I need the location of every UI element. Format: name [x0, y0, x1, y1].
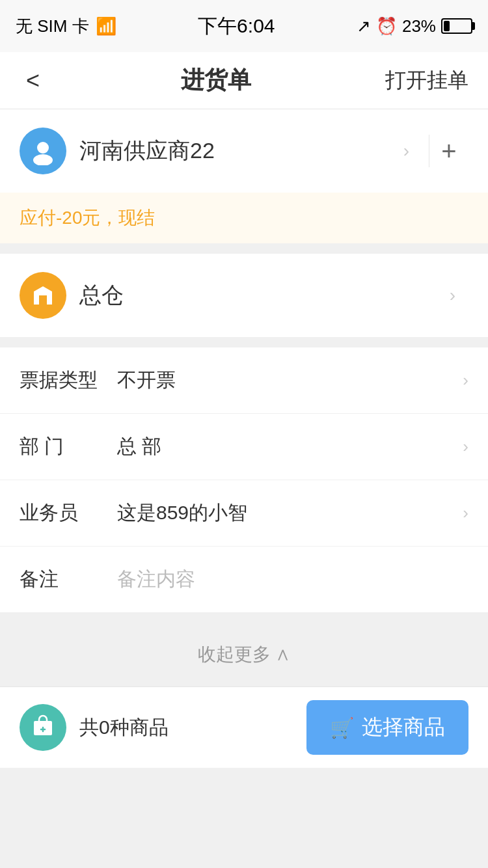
back-button[interactable]: <	[20, 61, 46, 101]
collapse-row[interactable]: 收起更多 ∧	[0, 623, 488, 686]
warehouse-card: 总仓 ›	[0, 254, 488, 337]
select-product-icon: 🛒	[330, 716, 354, 739]
salesperson-row[interactable]: 业务员 这是859的小智 ›	[0, 480, 488, 546]
product-count: 共0种商品	[79, 714, 306, 741]
content: 河南供应商22 › + 应付-20元，现结 总仓 › 票据类型 不开票 ›	[0, 109, 488, 868]
invoice-type-chevron-icon: ›	[463, 370, 468, 390]
collapse-text: 收起更多 ∧	[198, 642, 291, 667]
supplier-notice: 应付-20元，现结	[0, 193, 488, 243]
battery-icon	[441, 18, 472, 34]
supplier-row[interactable]: 河南供应商22 › +	[0, 109, 488, 193]
select-product-label: 选择商品	[362, 713, 445, 742]
warehouse-chevron-icon: ›	[450, 285, 455, 306]
department-label: 部 门	[20, 433, 98, 460]
status-bar: 无 SIM 卡 📶 下午6:04 ↗ ⏰ 23%	[0, 0, 488, 52]
invoice-type-label: 票据类型	[20, 367, 98, 394]
svg-point-1	[33, 154, 53, 165]
add-supplier-button[interactable]: +	[429, 137, 468, 166]
department-value: 总 部	[117, 433, 463, 460]
warehouse-icon	[20, 272, 66, 319]
page-background	[0, 768, 488, 868]
department-row[interactable]: 部 门 总 部 ›	[0, 413, 488, 480]
invoice-type-value: 不开票	[117, 367, 463, 394]
salesperson-label: 业务员	[20, 500, 98, 526]
nav-bar: < 进货单 打开挂单	[0, 52, 488, 109]
bottom-bar: 共0种商品 🛒 选择商品	[0, 686, 488, 768]
select-product-button[interactable]: 🛒 选择商品	[306, 700, 468, 755]
svg-point-0	[37, 142, 49, 154]
open-pending-button[interactable]: 打开挂单	[385, 66, 468, 95]
status-left: 无 SIM 卡 📶	[16, 15, 116, 38]
status-right: ↗ ⏰ 23%	[357, 16, 472, 36]
remark-label: 备注	[20, 566, 98, 593]
wifi-icon: 📶	[96, 16, 116, 36]
form-card: 票据类型 不开票 › 部 门 总 部 › 业务员 这是859的小智 › 备注 备…	[0, 347, 488, 612]
product-icon	[20, 704, 66, 751]
location-icon: ↗	[357, 16, 371, 36]
supplier-name: 河南供应商22	[79, 136, 403, 166]
supplier-avatar	[20, 128, 66, 174]
svg-rect-2	[39, 295, 47, 305]
warehouse-name: 总仓	[79, 280, 450, 310]
invoice-type-row[interactable]: 票据类型 不开票 ›	[0, 347, 488, 413]
warehouse-row[interactable]: 总仓 ›	[0, 254, 488, 337]
alarm-icon: ⏰	[376, 16, 397, 36]
battery-percentage: 23%	[402, 16, 436, 36]
carrier-text: 无 SIM 卡	[16, 15, 89, 38]
remark-value[interactable]: 备注内容	[117, 566, 468, 593]
supplier-card: 河南供应商22 › + 应付-20元，现结	[0, 109, 488, 243]
department-chevron-icon: ›	[463, 437, 468, 457]
salesperson-value: 这是859的小智	[117, 500, 463, 526]
supplier-chevron-icon: ›	[403, 141, 409, 161]
remark-row[interactable]: 备注 备注内容	[0, 546, 488, 612]
page-title: 进货单	[181, 64, 251, 96]
salesperson-chevron-icon: ›	[463, 503, 468, 523]
status-time: 下午6:04	[198, 13, 275, 40]
